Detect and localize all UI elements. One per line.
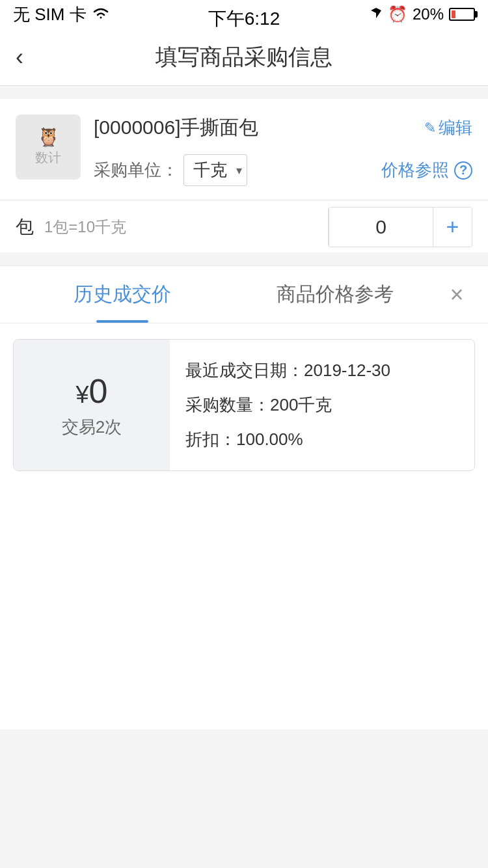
tab-history-label: 历史成交价 <box>74 281 171 308</box>
status-bar: 无 SIM 卡 下午6:12 ⏰ 20% <box>0 0 488 29</box>
price-ref-label: 价格参照 <box>381 159 449 182</box>
purchase-qty-label: 采购数量： <box>185 395 270 414</box>
purchase-qty-value: 200千克 <box>270 395 332 414</box>
tab-active-underline <box>96 320 148 323</box>
product-full-name: [0000006]手撕面包 <box>94 115 258 141</box>
alarm-icon: ⏰ <box>388 5 407 23</box>
edit-button[interactable]: ✎ 编辑 <box>424 116 472 139</box>
product-logo-label: 数计 <box>35 149 61 167</box>
history-detail-section: 最近成交日期：2019-12-30 采购数量：200千克 折扣：100.00% <box>170 340 474 470</box>
battery-icon-container <box>449 8 475 21</box>
quantity-section: 包 1包=10千克 0 + <box>0 200 488 252</box>
tabs-header: 历史成交价 商品价格参考 × <box>0 266 488 323</box>
latest-date-label: 最近成交日期： <box>185 360 304 380</box>
edit-icon: ✎ <box>424 120 436 137</box>
product-image: 🦉 数计 <box>16 115 81 180</box>
back-chevron-icon: ‹ <box>16 44 23 71</box>
tabs-container: 历史成交价 商品价格参考 × ¥0 交易2次 最近成交日期：2019-12-30 <box>0 265 488 729</box>
currency-symbol: ¥ <box>76 381 89 408</box>
history-trade-count: 交易2次 <box>62 416 122 439</box>
quantity-input[interactable]: 0 <box>329 208 433 247</box>
tab-history-price[interactable]: 历史成交价 <box>16 266 228 323</box>
edit-label: 编辑 <box>439 116 472 139</box>
status-time: 下午6:12 <box>208 7 280 31</box>
tab-price-ref-label: 商品价格参考 <box>277 281 394 308</box>
nav-bar: ‹ 填写商品采购信息 <box>0 29 488 86</box>
page-title: 填写商品采购信息 <box>156 42 332 72</box>
product-info: [0000006]手撕面包 ✎ 编辑 采购单位： 千克 ▾ 价格参照 ? <box>94 115 472 186</box>
price-number: 0 <box>89 372 108 410</box>
wifi-icon <box>92 5 110 25</box>
quantity-plus-button[interactable]: + <box>433 208 472 247</box>
product-card: 🦉 数计 [0000006]手撕面包 ✎ 编辑 采购单位： 千克 ▾ 价格参照 … <box>0 99 488 199</box>
help-icon: ? <box>454 161 472 180</box>
history-price-value: ¥0 <box>76 372 108 411</box>
close-icon: × <box>450 281 463 308</box>
status-left: 无 SIM 卡 <box>13 3 110 26</box>
discount-label: 折扣： <box>185 429 236 449</box>
location-icon <box>370 5 383 23</box>
discount-value: 100.00% <box>236 429 303 449</box>
pkg-label: 包 <box>16 215 34 239</box>
history-card: ¥0 交易2次 最近成交日期：2019-12-30 采购数量：200千克 折扣：… <box>13 339 475 471</box>
battery-percent: 20% <box>413 5 444 23</box>
back-button[interactable]: ‹ <box>16 44 23 71</box>
product-logo-icon: 🦉 <box>37 128 60 146</box>
pkg-unit-hint: 1包=10千克 <box>44 217 126 237</box>
unit-label: 采购单位： <box>94 159 178 182</box>
purchase-qty-row: 采购数量：200千克 <box>185 392 459 418</box>
quantity-control: 0 + <box>328 207 472 247</box>
tab-close-button[interactable]: × <box>441 279 472 310</box>
latest-date-value: 2019-12-30 <box>304 360 390 380</box>
tab-content-area: ¥0 交易2次 最近成交日期：2019-12-30 采购数量：200千克 折扣：… <box>0 339 488 729</box>
status-right: ⏰ 20% <box>370 5 475 23</box>
unit-dropdown-arrow-icon: ▾ <box>236 163 242 178</box>
tab-product-price-ref[interactable]: 商品价格参考 <box>228 266 441 323</box>
discount-row: 折扣：100.00% <box>185 427 459 452</box>
unit-select-wrapper[interactable]: 千克 ▾ <box>183 154 247 186</box>
history-price-section: ¥0 交易2次 <box>14 340 170 470</box>
price-reference-button[interactable]: 价格参照 ? <box>381 159 472 182</box>
latest-date-row: 最近成交日期：2019-12-30 <box>185 358 459 383</box>
carrier-text: 无 SIM 卡 <box>13 3 87 26</box>
